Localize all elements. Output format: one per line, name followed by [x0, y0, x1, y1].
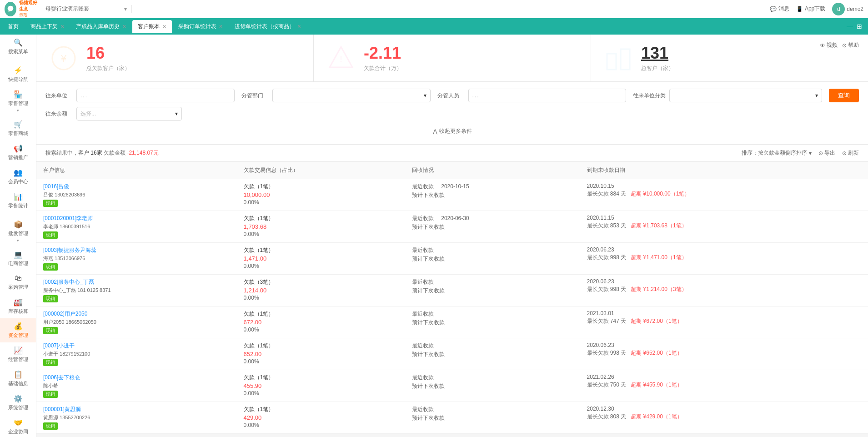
cell-collect-6: 最近收款 预计下次收款	[405, 370, 580, 402]
message-btn[interactable]: 💬 消息	[770, 5, 789, 13]
app-download-label: App下载	[805, 5, 825, 13]
debt-count-4: 欠款（1笔）	[244, 310, 398, 318]
tab-customer-account-close[interactable]: ×	[162, 23, 166, 30]
tab-product-history[interactable]: 产成品入库单历史 ×	[70, 20, 131, 33]
due-date-6: 2021.02.26	[587, 374, 861, 380]
sidebar-basic[interactable]: 📋 基础信息	[0, 367, 36, 391]
dept-select[interactable]: ▾	[272, 89, 431, 102]
sidebar-retail-mgmt-label: 零售管理	[8, 100, 28, 107]
sidebar: 🔍 搜索菜单 ⚡ 快捷导航 🏪 零售管理 ▾ 🛒 零售商城 📢 营销推广 👥 会…	[0, 35, 36, 437]
person-input[interactable]: ...	[468, 89, 627, 102]
sidebar-retail-stat[interactable]: 📊 零售统计	[0, 189, 36, 213]
customer-name-3[interactable]: [0002]服务中心_丁磊	[43, 278, 230, 286]
customer-name-1[interactable]: [0001020001]李老师	[43, 215, 230, 222]
app-selector[interactable]: 母婴行业演示账套 ▾	[41, 5, 132, 13]
sidebar-retail-store[interactable]: 🛒 零售商城	[0, 116, 36, 141]
sidebar-batch-mgmt[interactable]: 📦 批发管理 ▾	[0, 216, 36, 246]
from-unit-input[interactable]: ...	[76, 89, 235, 102]
query-button[interactable]: 查询	[829, 89, 859, 102]
customer-tag-0: 现销	[43, 200, 58, 207]
tab-purchase-order[interactable]: 采购订单统计表 ×	[173, 20, 228, 33]
user-area[interactable]: d demo2	[832, 3, 863, 15]
collapse-button[interactable]: ⋀ 收起更多条件	[433, 127, 472, 135]
due-date-0: 2020.10.15	[587, 183, 861, 189]
overdue-amount-5[interactable]: 超期 ¥652.00（1笔）	[631, 350, 682, 356]
sidebar-quick-nav[interactable]: ⚡ 快捷导航	[0, 62, 36, 86]
message-label: 消息	[778, 5, 789, 13]
tab-customer-account-label: 客户账本	[138, 23, 160, 30]
export-button[interactable]: ⊙ 导出	[818, 149, 835, 157]
overdue-amount-7[interactable]: 超期 ¥429.00（1笔）	[631, 413, 682, 420]
tab-product-history-label: 产成品入库单历史	[76, 23, 120, 30]
customer-name-6[interactable]: [0006]去下粮仓	[43, 374, 230, 382]
balance-select[interactable]: 选择... ▾	[76, 107, 182, 121]
overdue-amount-1[interactable]: 超期 ¥1,703.68（1笔）	[631, 222, 687, 229]
customer-name-2[interactable]: [0003]畅捷服务尹海蕊	[43, 246, 230, 254]
tab-home[interactable]: 首页	[2, 20, 24, 33]
inventory-icon: 🏭	[14, 298, 23, 306]
quick-nav-icon: ⚡	[14, 66, 23, 75]
sidebar-inventory[interactable]: 🏭 库存核算	[0, 294, 36, 318]
top-right-area: 💬 消息 📱 App下载 d demo2	[770, 3, 863, 15]
overdue-amount-6[interactable]: 超期 ¥455.90（1笔）	[631, 382, 682, 388]
tab-customer-account[interactable]: 客户账本 ×	[132, 20, 171, 33]
stat-number-3: 131	[641, 44, 674, 63]
sidebar-ecom[interactable]: 💻 电商管理	[0, 246, 36, 271]
unit-class-select[interactable]: ▾	[669, 89, 822, 102]
sidebar-finance-label: 资金管理	[8, 332, 28, 339]
sidebar-operation[interactable]: 📈 经营管理	[0, 342, 36, 367]
sidebar-quick-nav-label: 快捷导航	[8, 76, 28, 83]
tab-purchase-stat[interactable]: 进货单统计表（按商品） ×	[229, 20, 306, 33]
overdue-amount-0[interactable]: 超期 ¥10,000.00（1笔）	[631, 191, 690, 197]
customer-name-7[interactable]: [000001]黄思源	[43, 406, 230, 413]
customer-tag-2: 现销	[43, 263, 58, 271]
app-download-btn[interactable]: 📱 App下载	[796, 5, 825, 13]
help-btn[interactable]: ⊙ 帮助	[842, 41, 859, 49]
sidebar-finance[interactable]: 💰 资金管理	[0, 318, 36, 342]
tab-product-list-close[interactable]: ×	[60, 23, 64, 30]
cell-customer-6: [0006]去下粮仓 陈小希 现销	[36, 370, 237, 402]
table-row: [0006]去下粮仓 陈小希 现销 欠款（1笔） 455.90 0.00% 最近…	[36, 370, 868, 402]
sidebar-marketing[interactable]: 📢 营销推广	[0, 141, 36, 165]
debt-percent-7: 0.00%	[244, 422, 398, 428]
tab-maximize-icon[interactable]: ⊞	[857, 23, 862, 30]
customer-name-0[interactable]: [0016]吕俊	[43, 183, 230, 191]
tab-purchase-order-close[interactable]: ×	[219, 23, 223, 30]
customer-name-4[interactable]: [000002]用户2050	[43, 310, 230, 318]
cell-collect-1: 最近收款 2020-06-30 预计下次收款	[405, 211, 580, 243]
stat-card-3: 131 总客户（家） 👁 视频 ⊙ 帮助	[591, 35, 868, 81]
customer-name-5[interactable]: [0007]小迸干	[43, 342, 230, 350]
overdue-amount-3[interactable]: 超期 ¥1,214.00（3笔）	[631, 286, 687, 292]
sidebar-member[interactable]: 👥 会员中心	[0, 165, 36, 189]
tab-minimize-icon[interactable]: —	[847, 23, 853, 30]
overdue-amount-4[interactable]: 超期 ¥672.00（1笔）	[631, 318, 682, 324]
dept-label: 分管部门	[241, 92, 269, 100]
debt-amount-1: 1,703.68	[244, 223, 398, 230]
collect-label-6: 最近收款	[412, 374, 573, 382]
overdue-amount-2[interactable]: 超期 ¥1,471.00（1笔）	[631, 254, 687, 261]
sidebar-retail-mgmt[interactable]: 🏪 零售管理 ▾	[0, 86, 36, 116]
cell-due-6: 2021.02.26 最长欠款 750 天 超期 ¥455.90（1笔）	[580, 370, 868, 402]
table-row: [000001]黄思源 黄思源 13552700226 现销 欠款（1笔） 42…	[36, 402, 868, 434]
help-label: 帮助	[848, 41, 859, 49]
refresh-button[interactable]: ⊙ 刷新	[842, 149, 859, 157]
sidebar-purchase[interactable]: 🛍 采购管理	[0, 271, 36, 294]
main-content: ¥ 16 总欠款客户（家） ! -2.11 欠款合计（万）	[36, 35, 868, 437]
cell-debt-1: 欠款（1笔） 1,703.68 0.00%	[237, 211, 405, 243]
customer-phone-7: 黄思源 13552700226	[43, 414, 230, 421]
stat-card-2: ! -2.11 欠款合计（万）	[314, 35, 591, 81]
marketing-icon: 📢	[14, 144, 23, 153]
tab-purchase-stat-close[interactable]: ×	[297, 23, 301, 30]
filter-balance: 往来余额 选择... ▾	[45, 107, 182, 121]
sidebar-search[interactable]: 🔍 搜索菜单	[0, 35, 36, 59]
tab-product-list[interactable]: 商品上下架 ×	[25, 20, 70, 33]
tab-product-history-close[interactable]: ×	[122, 23, 126, 30]
view-help-area: 👁 视频 ⊙ 帮助	[820, 41, 859, 49]
batch-chevron-icon: ▾	[17, 238, 19, 243]
sort-select[interactable]: 排序：按欠款金额倒序排序 ▾	[742, 149, 812, 157]
view-btn[interactable]: 👁 视频	[820, 41, 838, 49]
sidebar-system[interactable]: ⚙️ 系统管理	[0, 391, 36, 415]
sidebar-corp[interactable]: 🤝 企业协同	[0, 415, 36, 437]
stat-number-2: -2.11	[364, 44, 402, 63]
from-unit-label: 往来单位	[45, 92, 73, 100]
